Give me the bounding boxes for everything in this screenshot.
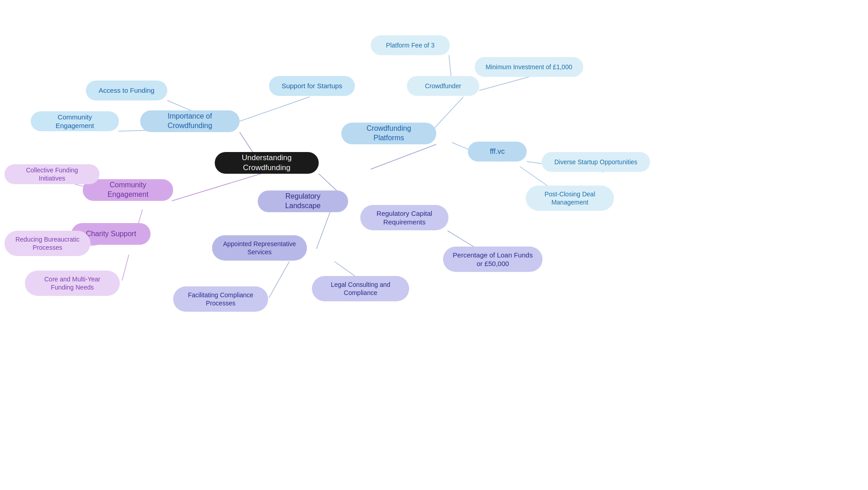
node-appointed-rep[interactable]: Appointed Representative Services <box>212 235 307 261</box>
node-fff-vc[interactable]: fff.vc <box>468 142 527 162</box>
node-crowdfunding-platforms[interactable]: Crowdfunding Platforms <box>341 123 436 144</box>
node-regulatory-landscape[interactable]: Regulatory Landscape <box>258 190 348 212</box>
center-node[interactable]: Understanding Crowdfunding <box>215 152 319 174</box>
node-legal-consulting[interactable]: Legal Consulting and Compliance <box>312 276 409 301</box>
node-minimum-investment[interactable]: Minimum Investment of £1,000 <box>475 57 583 77</box>
node-regulatory-capital[interactable]: Regulatory Capital Requirements <box>360 205 448 230</box>
node-core-funding[interactable]: Core and Multi-Year Funding Needs <box>25 271 120 296</box>
svg-line-2 <box>240 97 310 121</box>
node-access-funding[interactable]: Access to Funding <box>86 81 167 100</box>
svg-line-7 <box>479 77 529 90</box>
node-community-engagement-top[interactable]: Community Engagement <box>31 111 119 131</box>
node-platform-fee[interactable]: Platform Fee of 3 <box>371 35 450 55</box>
svg-line-4 <box>371 144 436 169</box>
node-community-engagement-left[interactable]: Community Engagement <box>83 179 173 201</box>
node-percentage-loan[interactable]: Percentage of Loan Funds or £50,000 <box>443 247 542 272</box>
node-post-closing[interactable]: Post-Closing Deal Management <box>526 186 614 211</box>
node-crowdfunder[interactable]: Crowdfunder <box>407 76 479 96</box>
svg-line-17 <box>172 172 267 201</box>
svg-line-21 <box>122 255 129 281</box>
svg-line-14 <box>316 212 330 249</box>
node-importance-crowdfunding[interactable]: Importance of Crowdfunding <box>140 110 240 132</box>
svg-line-15 <box>269 262 289 298</box>
node-facilitating-compliance[interactable]: Facilitating Compliance Processes <box>173 286 268 312</box>
node-reducing-bureaucratic[interactable]: Reducing Bureaucratic Processes <box>5 231 90 256</box>
node-support-startups[interactable]: Support for Startups <box>269 76 355 96</box>
node-diverse-startup[interactable]: Diverse Startup Opportunities <box>542 152 650 172</box>
node-collective-funding[interactable]: Collective Funding Initiatives <box>5 164 99 184</box>
